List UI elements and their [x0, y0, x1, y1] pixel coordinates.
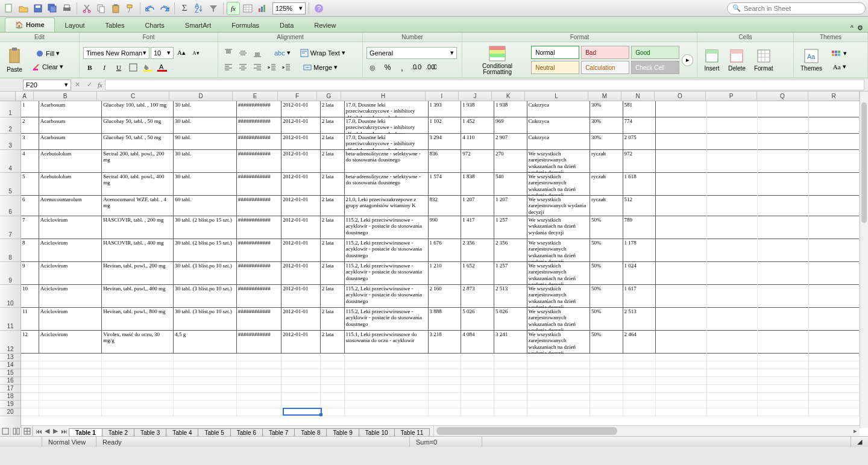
- row-header[interactable]: 6: [0, 196, 20, 216]
- cell[interactable]: Acebutololum: [39, 150, 102, 173]
- cell[interactable]: [174, 401, 236, 408]
- column-header[interactable]: E: [233, 92, 278, 101]
- cell[interactable]: beta-adrenolityczne - selektywne - do st…: [345, 173, 429, 196]
- cell[interactable]: [590, 377, 623, 385]
- sheet-tab[interactable]: Table 10: [359, 428, 395, 436]
- cell[interactable]: [281, 385, 321, 393]
- cell[interactable]: Heviran, tabl. powl., 400 mg: [102, 285, 174, 308]
- cell[interactable]: 2 lata: [321, 134, 345, 150]
- cell[interactable]: [758, 216, 808, 239]
- cell[interactable]: [527, 408, 590, 416]
- cell[interactable]: HASCOVIR, tabl. , 400 mg: [102, 239, 174, 262]
- cell[interactable]: [656, 262, 706, 285]
- cell[interactable]: [429, 354, 462, 361]
- cell[interactable]: [758, 285, 808, 308]
- cell[interactable]: [461, 377, 494, 385]
- cell[interactable]: 50%: [590, 285, 623, 308]
- cell[interactable]: [707, 101, 758, 117]
- cell[interactable]: [656, 196, 706, 216]
- cell[interactable]: [494, 361, 527, 369]
- increase-font-icon[interactable]: A▴: [175, 47, 188, 59]
- cell[interactable]: 2012-01-01: [281, 239, 321, 262]
- cell[interactable]: 836: [429, 150, 462, 173]
- cell[interactable]: [174, 354, 236, 361]
- cell[interactable]: [461, 385, 494, 393]
- cell[interactable]: 30%: [590, 117, 623, 134]
- cell[interactable]: Cukrzyca: [527, 101, 590, 117]
- cell[interactable]: 270: [494, 150, 527, 173]
- cell[interactable]: HASCOVIR, tabl. , 200 mg: [102, 216, 174, 239]
- cell[interactable]: [656, 361, 706, 369]
- cell[interactable]: 30 tabl.: [174, 101, 236, 117]
- cell[interactable]: [281, 401, 321, 408]
- cell[interactable]: 1 574: [429, 173, 462, 196]
- style-normal[interactable]: Normal: [531, 46, 579, 59]
- cell[interactable]: [809, 354, 860, 361]
- cell[interactable]: 30 tabl. (3 blist.po 10 szt.): [174, 285, 236, 308]
- column-header[interactable]: R: [808, 92, 860, 101]
- cell[interactable]: [758, 393, 808, 401]
- cell[interactable]: [809, 101, 860, 117]
- cell[interactable]: 2 lata: [321, 216, 345, 239]
- number-format-selector[interactable]: General▾: [366, 47, 457, 59]
- cell[interactable]: 30 tabl. (2 blist.po 15 szt.): [174, 216, 236, 239]
- cell[interactable]: [429, 361, 462, 369]
- cell[interactable]: [494, 377, 527, 385]
- cell[interactable]: [21, 408, 39, 416]
- ribbon-settings-icon[interactable]: ⚙: [857, 24, 863, 32]
- style-calculation[interactable]: Calculation: [581, 61, 629, 74]
- tab-nav-prev-icon[interactable]: ◀: [43, 426, 51, 436]
- cell[interactable]: 1 618: [623, 173, 656, 196]
- comma-button[interactable]: ,: [395, 61, 409, 73]
- cell[interactable]: [623, 369, 656, 377]
- cell[interactable]: Aciclovirum: [39, 262, 102, 285]
- cell[interactable]: [809, 361, 860, 369]
- cell[interactable]: [707, 354, 758, 361]
- cell[interactable]: [809, 285, 860, 308]
- cell[interactable]: [494, 393, 527, 401]
- orientation-button[interactable]: abc▾: [270, 47, 295, 59]
- cell[interactable]: 21.0, Leki przeciwzakrzepowe z grupy ant…: [345, 196, 429, 216]
- cell[interactable]: 2 lata: [321, 239, 345, 262]
- cell[interactable]: [39, 361, 102, 369]
- cell[interactable]: [656, 285, 706, 308]
- cell[interactable]: [623, 401, 656, 408]
- cell[interactable]: 2 513: [494, 285, 527, 308]
- cell[interactable]: [809, 401, 860, 408]
- cell[interactable]: [345, 361, 429, 369]
- cell[interactable]: [809, 150, 860, 173]
- cell[interactable]: 6: [21, 196, 39, 216]
- sheet-tab[interactable]: Table 1: [69, 428, 102, 436]
- increase-indent-icon[interactable]: [280, 61, 293, 73]
- row-header[interactable]: 15: [0, 369, 20, 377]
- cell[interactable]: [758, 354, 808, 361]
- cell[interactable]: 9: [21, 262, 39, 285]
- cell[interactable]: [39, 354, 102, 361]
- cell[interactable]: 1 938: [461, 101, 494, 117]
- cell[interactable]: 2 lata: [321, 196, 345, 216]
- cell[interactable]: Heviran, tabl. powl., 200 mg: [102, 262, 174, 285]
- zoom-selector[interactable]: 125%▾: [272, 2, 306, 14]
- cell[interactable]: ############: [237, 239, 282, 262]
- cell[interactable]: [494, 401, 527, 408]
- cell[interactable]: [461, 369, 494, 377]
- chart-icon[interactable]: [256, 2, 269, 15]
- sheet-tab[interactable]: Table 6: [230, 428, 263, 436]
- cell[interactable]: [758, 134, 808, 150]
- cell[interactable]: 2 356: [494, 239, 527, 262]
- cell[interactable]: 1 207: [461, 196, 494, 216]
- vertical-scrollbar[interactable]: [860, 92, 868, 428]
- cell[interactable]: 50%: [590, 331, 623, 354]
- cell[interactable]: 2 lata: [321, 285, 345, 308]
- cell[interactable]: 2 lata: [321, 173, 345, 196]
- save-icon[interactable]: [31, 2, 45, 15]
- row-header[interactable]: 8: [0, 239, 20, 262]
- cell[interactable]: [21, 361, 39, 369]
- cell[interactable]: [39, 377, 102, 385]
- cell[interactable]: [656, 216, 706, 239]
- cell[interactable]: 2 lata: [321, 117, 345, 134]
- tab-layout[interactable]: Layout: [55, 18, 95, 32]
- cell[interactable]: 2 lata: [321, 331, 345, 354]
- cell[interactable]: [39, 369, 102, 377]
- row-header[interactable]: 13: [0, 354, 20, 361]
